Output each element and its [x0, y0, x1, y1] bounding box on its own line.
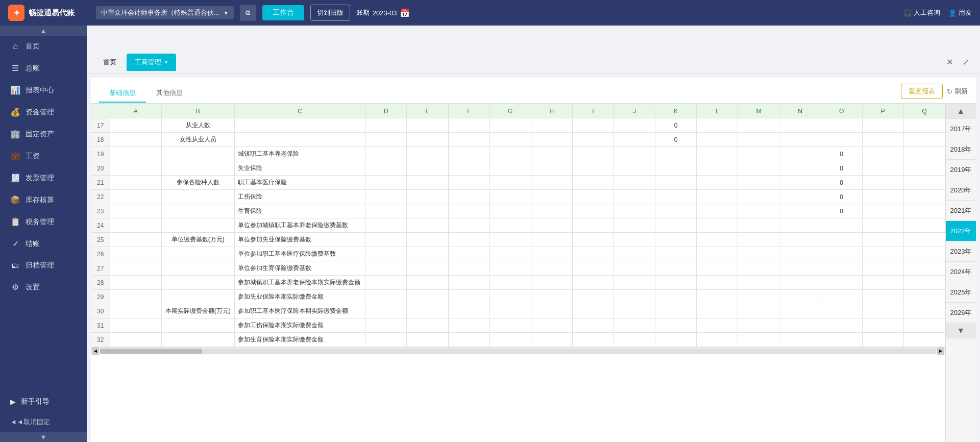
cell-23-m[interactable]: [738, 204, 779, 218]
cell-31-l[interactable]: [697, 318, 738, 333]
cell-25-c[interactable]: 单位参加失业保险缴费基数: [234, 233, 365, 247]
cell-24-a[interactable]: [110, 218, 161, 233]
cell-18-c[interactable]: [234, 133, 365, 147]
cell-21-d[interactable]: [365, 176, 407, 190]
cell-25-q[interactable]: [903, 233, 945, 247]
cell-26-l[interactable]: [697, 247, 738, 261]
cell-22-e[interactable]: [407, 190, 448, 204]
cell-17-k[interactable]: 0: [655, 118, 697, 133]
cell-28-l[interactable]: [697, 276, 738, 290]
cell-32-c[interactable]: 参加生育保险本期实际缴费金额: [234, 333, 365, 347]
cell-19-g[interactable]: [489, 147, 531, 161]
cell-24-p[interactable]: [862, 218, 903, 233]
cell-23-b[interactable]: [161, 204, 234, 218]
cell-30-l[interactable]: [697, 304, 738, 318]
scroll-left-button[interactable]: ◄: [92, 348, 99, 355]
cell-27-b[interactable]: [161, 261, 234, 276]
cell-17-p[interactable]: [862, 118, 903, 133]
cell-27-q[interactable]: [903, 261, 945, 276]
cell-22-d[interactable]: [365, 190, 407, 204]
cell-23-g[interactable]: [489, 204, 531, 218]
cell-23-i[interactable]: [572, 204, 614, 218]
cell-23-n[interactable]: [779, 204, 821, 218]
cell-23-c[interactable]: 生育保险: [234, 204, 365, 218]
cell-21-n[interactable]: [779, 176, 821, 190]
cell-25-a[interactable]: [110, 233, 161, 247]
cell-28-m[interactable]: [738, 276, 779, 290]
cell-17-c[interactable]: [234, 118, 365, 133]
cell-19-l[interactable]: [697, 147, 738, 161]
reset-report-button[interactable]: 重置报表: [901, 84, 943, 99]
cell-30-a[interactable]: [110, 304, 161, 318]
year-item-2022[interactable]: 2022年: [946, 221, 976, 241]
cell-19-h[interactable]: [531, 147, 572, 161]
cell-28-k[interactable]: [655, 276, 697, 290]
cell-30-j[interactable]: [614, 304, 655, 318]
cell-21-a[interactable]: [110, 176, 161, 190]
cell-23-o[interactable]: 0: [821, 204, 862, 218]
tab-commerce[interactable]: 工商管理 ×: [127, 54, 176, 71]
cell-19-i[interactable]: [572, 147, 614, 161]
cell-29-p[interactable]: [862, 290, 903, 304]
cell-31-k[interactable]: [655, 318, 697, 333]
cell-32-p[interactable]: [862, 333, 903, 347]
cell-32-f[interactable]: [448, 333, 489, 347]
cell-19-d[interactable]: [365, 147, 407, 161]
cell-26-f[interactable]: [448, 247, 489, 261]
year-item-2020[interactable]: 2020年: [946, 180, 976, 201]
sidebar-item-home[interactable]: ⌂ 首页: [0, 36, 87, 57]
cell-25-k[interactable]: [655, 233, 697, 247]
cell-31-a[interactable]: [110, 318, 161, 333]
cell-22-i[interactable]: [572, 190, 614, 204]
cell-20-j[interactable]: [614, 161, 655, 176]
cell-22-h[interactable]: [531, 190, 572, 204]
cell-21-p[interactable]: [862, 176, 903, 190]
cell-27-e[interactable]: [407, 261, 448, 276]
cell-26-o[interactable]: [821, 247, 862, 261]
year-item-2019[interactable]: 2019年: [946, 160, 976, 180]
cell-30-o[interactable]: [821, 304, 862, 318]
cell-28-o[interactable]: [821, 276, 862, 290]
cell-32-k[interactable]: [655, 333, 697, 347]
cell-18-p[interactable]: [862, 133, 903, 147]
calendar-icon[interactable]: 📅: [400, 8, 410, 18]
cell-27-p[interactable]: [862, 261, 903, 276]
cell-20-i[interactable]: [572, 161, 614, 176]
cell-21-f[interactable]: [448, 176, 489, 190]
cell-32-h[interactable]: [531, 333, 572, 347]
cell-26-p[interactable]: [862, 247, 903, 261]
sidebar-item-inventory[interactable]: 📦 库存核算: [0, 189, 87, 211]
cell-27-n[interactable]: [779, 261, 821, 276]
cell-32-m[interactable]: [738, 333, 779, 347]
cell-30-h[interactable]: [531, 304, 572, 318]
cell-28-j[interactable]: [614, 276, 655, 290]
cell-31-h[interactable]: [531, 318, 572, 333]
cell-20-m[interactable]: [738, 161, 779, 176]
cell-22-j[interactable]: [614, 190, 655, 204]
cell-32-g[interactable]: [489, 333, 531, 347]
cell-18-q[interactable]: [903, 133, 945, 147]
cell-22-p[interactable]: [862, 190, 903, 204]
cell-32-b[interactable]: [161, 333, 234, 347]
cell-18-g[interactable]: [489, 133, 531, 147]
sub-tab-other[interactable]: 其他信息: [146, 84, 193, 103]
cell-25-b[interactable]: 单位缴费基数(万元): [161, 233, 234, 247]
cell-18-n[interactable]: [779, 133, 821, 147]
year-item-2021[interactable]: 2021年: [946, 201, 976, 221]
cell-31-j[interactable]: [614, 318, 655, 333]
cell-18-f[interactable]: [448, 133, 489, 147]
cell-22-n[interactable]: [779, 190, 821, 204]
cell-26-b[interactable]: [161, 247, 234, 261]
cell-19-e[interactable]: [407, 147, 448, 161]
cell-24-m[interactable]: [738, 218, 779, 233]
cell-21-l[interactable]: [697, 176, 738, 190]
cell-21-q[interactable]: [903, 176, 945, 190]
company-selector[interactable]: 中审众环会计师事务所（特殊普通合伙... ▼: [96, 6, 234, 19]
cell-27-g[interactable]: [489, 261, 531, 276]
cell-27-m[interactable]: [738, 261, 779, 276]
cell-24-e[interactable]: [407, 218, 448, 233]
cell-29-b[interactable]: [161, 290, 234, 304]
cell-22-b[interactable]: [161, 190, 234, 204]
cancel-pin-button[interactable]: ◄◄取消固定: [0, 412, 87, 432]
cell-18-o[interactable]: [821, 133, 862, 147]
